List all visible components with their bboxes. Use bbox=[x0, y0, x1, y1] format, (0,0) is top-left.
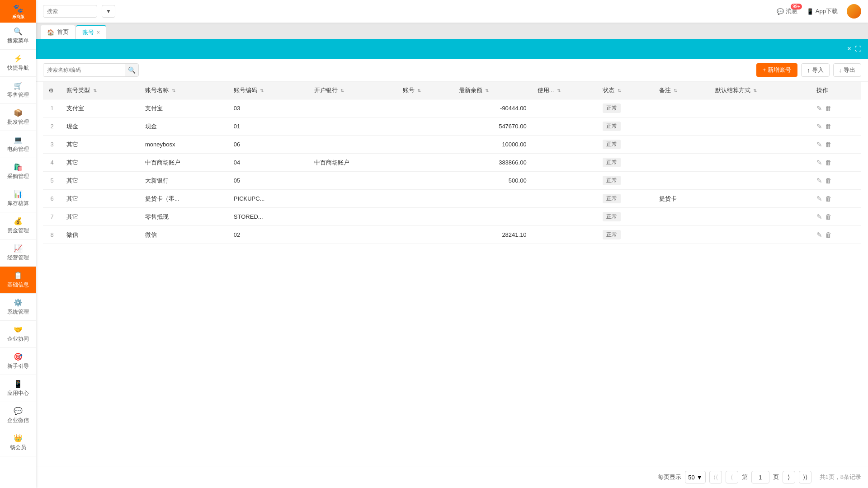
delete-button[interactable]: 🗑 bbox=[825, 213, 832, 221]
action-buttons: ✎ 🗑 bbox=[816, 159, 856, 167]
col-gear[interactable]: ⚙ bbox=[43, 82, 61, 99]
page-number-input[interactable] bbox=[751, 471, 769, 483]
sidebar-item-retail-mgmt[interactable]: 🛒 零售管理 bbox=[0, 77, 36, 104]
sidebar-item-ecom-mgmt[interactable]: 💻 电商管理 bbox=[0, 131, 36, 158]
basic-info-icon: 📋 bbox=[14, 271, 23, 280]
row-bank bbox=[309, 136, 397, 154]
row-balance: 383866.00 bbox=[453, 154, 532, 172]
sidebar-item-basic-info[interactable]: 📋 基础信息 bbox=[0, 267, 36, 294]
col-balance[interactable]: 最新余额 ⇅ bbox=[453, 82, 532, 99]
delete-button[interactable]: 🗑 bbox=[825, 195, 832, 203]
sidebar-item-ops-mgmt[interactable]: 📈 经营管理 bbox=[0, 239, 36, 267]
edit-button[interactable]: ✎ bbox=[816, 159, 822, 167]
row-balance: 500.00 bbox=[453, 172, 532, 190]
sidebar-item-enterprise-wechat[interactable]: 💬 企业微信 bbox=[0, 402, 36, 429]
delete-button[interactable]: 🗑 bbox=[825, 141, 832, 149]
status-badge: 正常 bbox=[603, 140, 621, 149]
edit-button[interactable]: ✎ bbox=[816, 122, 822, 131]
sidebar-item-purchase-mgmt[interactable]: 🛍️ 采购管理 bbox=[0, 158, 36, 185]
row-usage bbox=[532, 99, 598, 117]
edit-button[interactable]: ✎ bbox=[816, 104, 822, 113]
col-usage[interactable]: 使用... ⇅ bbox=[532, 82, 598, 99]
topbar-dropdown[interactable]: ▼ bbox=[102, 5, 115, 18]
table-row: 8 微信 微信 02 28241.10 正常 ✎ 🗑 bbox=[43, 226, 861, 244]
edit-button[interactable]: ✎ bbox=[816, 195, 822, 203]
sidebar-item-finance-mgmt[interactable]: 💰 资金管理 bbox=[0, 212, 36, 239]
sidebar-item-inventory[interactable]: 📊 库存核算 bbox=[0, 185, 36, 212]
sidebar-item-app-center[interactable]: 📱 应用中心 bbox=[0, 375, 36, 402]
action-buttons: ✎ 🗑 bbox=[816, 104, 856, 113]
content-close-button[interactable]: × bbox=[847, 45, 851, 53]
delete-button[interactable]: 🗑 bbox=[825, 159, 832, 167]
sidebar-item-label: 资金管理 bbox=[7, 227, 29, 235]
row-name: 中百商场账户 bbox=[140, 154, 228, 172]
message-button[interactable]: 💬 消息 99+ bbox=[777, 7, 797, 15]
delete-button[interactable]: 🗑 bbox=[825, 177, 832, 185]
sidebar-item-beginner-guide[interactable]: 🎯 新手引导 bbox=[0, 348, 36, 375]
search-icon: 🔍 bbox=[128, 66, 136, 74]
delete-button[interactable]: 🗑 bbox=[825, 104, 832, 113]
row-bank bbox=[309, 190, 397, 208]
app-download-button[interactable]: 📱 App下载 bbox=[807, 7, 838, 15]
status-badge: 正常 bbox=[603, 176, 621, 185]
page-last-button[interactable]: ⟩⟩ bbox=[799, 471, 811, 483]
row-account bbox=[397, 172, 453, 190]
tab-accounts[interactable]: 账号 × bbox=[76, 25, 106, 39]
row-name: 零售抵现 bbox=[140, 208, 228, 226]
row-status: 正常 bbox=[597, 117, 653, 136]
col-account[interactable]: 账号 ⇅ bbox=[397, 82, 453, 99]
col-note[interactable]: 备注 ⇅ bbox=[654, 82, 710, 99]
sidebar-item-wholesale-mgmt[interactable]: 📦 批发管理 bbox=[0, 104, 36, 131]
search-input[interactable] bbox=[43, 64, 125, 76]
row-code: PICKUPC... bbox=[228, 190, 309, 208]
col-bank[interactable]: 开户银行 ⇅ bbox=[309, 82, 397, 99]
edit-button[interactable]: ✎ bbox=[816, 177, 822, 185]
col-default-settle[interactable]: 默认结算方式 ⇅ bbox=[710, 82, 811, 99]
col-status[interactable]: 状态 ⇅ bbox=[597, 82, 653, 99]
footer: 每页显示 50 ▼ ⟨⟨ ⟨ 第 页 ⟩ ⟩⟩ 共1页，8条记录 bbox=[36, 466, 868, 488]
page-size-select[interactable]: 50 ▼ bbox=[685, 471, 705, 483]
user-avatar[interactable] bbox=[847, 4, 861, 19]
row-default-settle bbox=[710, 172, 811, 190]
sort-icon: ⇅ bbox=[674, 88, 677, 93]
content-expand-button[interactable]: ⛶ bbox=[855, 45, 861, 52]
tab-home[interactable]: 🏠 首页 bbox=[41, 25, 75, 39]
edit-button[interactable]: ✎ bbox=[816, 231, 822, 239]
action-buttons: ✎ 🗑 bbox=[816, 213, 856, 221]
row-account bbox=[397, 190, 453, 208]
row-actions: ✎ 🗑 bbox=[811, 117, 861, 136]
export-button[interactable]: ↓ 导出 bbox=[833, 63, 862, 77]
sidebar-item-quick-nav[interactable]: ⚡ 快捷导航 bbox=[0, 50, 36, 77]
edit-button[interactable]: ✎ bbox=[816, 141, 822, 149]
search-button[interactable]: 🔍 bbox=[125, 64, 138, 76]
row-number: 8 bbox=[43, 226, 61, 244]
page-first-button[interactable]: ⟨⟨ bbox=[709, 471, 722, 483]
delete-button[interactable]: 🗑 bbox=[825, 122, 832, 131]
add-account-button[interactable]: + 新增账号 bbox=[756, 63, 797, 77]
col-code[interactable]: 账号编码 ⇅ bbox=[228, 82, 309, 99]
col-type[interactable]: 账号类型 ⇅ bbox=[61, 82, 140, 99]
tabbar: 🏠 首页 账号 × bbox=[36, 23, 868, 39]
row-usage bbox=[532, 172, 598, 190]
col-name[interactable]: 账号名称 ⇅ bbox=[140, 82, 228, 99]
delete-button[interactable]: 🗑 bbox=[825, 231, 832, 239]
import-button[interactable]: ↑ 导入 bbox=[801, 63, 830, 77]
sidebar-item-membership[interactable]: 👑 畅会员 bbox=[0, 429, 36, 456]
mobile-icon: 📱 bbox=[807, 8, 814, 15]
page-prev-button[interactable]: ⟨ bbox=[726, 471, 738, 483]
sidebar-item-enterprise-agreement[interactable]: 🤝 企业协同 bbox=[0, 321, 36, 348]
tab-home-label: 首页 bbox=[57, 28, 69, 36]
edit-button[interactable]: ✎ bbox=[816, 213, 822, 221]
row-usage bbox=[532, 226, 598, 244]
row-number: 2 bbox=[43, 117, 61, 136]
export-label: 导出 bbox=[844, 66, 855, 74]
row-balance: 547670.00 bbox=[453, 117, 532, 136]
row-status: 正常 bbox=[597, 172, 653, 190]
page-size-label: 每页显示 bbox=[658, 473, 681, 481]
topbar-search-input[interactable] bbox=[43, 5, 97, 18]
sidebar-item-search-menu[interactable]: 🔍 搜索菜单 bbox=[0, 23, 36, 50]
row-actions: ✎ 🗑 bbox=[811, 190, 861, 208]
sidebar-item-system-mgmt[interactable]: ⚙️ 系统管理 bbox=[0, 294, 36, 321]
tab-close-icon[interactable]: × bbox=[97, 29, 100, 36]
page-next-button[interactable]: ⟩ bbox=[783, 471, 795, 483]
